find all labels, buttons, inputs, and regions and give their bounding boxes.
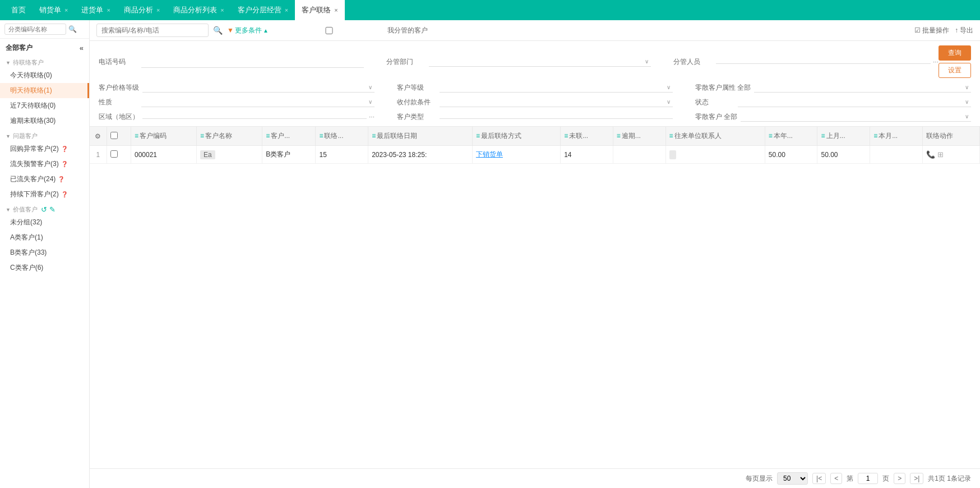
phone-input[interactable]	[141, 56, 364, 68]
search-button[interactable]: 🔍	[213, 26, 223, 35]
col-gear[interactable]: ⚙	[90, 127, 107, 146]
export-button[interactable]: ↑ 导出	[955, 26, 973, 35]
price-level-select[interactable]: ∨	[142, 82, 375, 93]
cell-name: Ea	[197, 146, 262, 164]
nav-home[interactable]: 首页	[4, 0, 33, 20]
sparse-select[interactable]: ∨	[741, 112, 971, 122]
nav-tab-goods-analysis-list[interactable]: 商品分析列表 ×	[167, 0, 230, 20]
grid-action-icon[interactable]: ⊞	[937, 150, 944, 159]
col-no-contact[interactable]: ≡未联...	[561, 127, 613, 146]
sidebar-item-class-b[interactable]: B类客户(33)	[0, 245, 89, 260]
cell-index: 1	[90, 146, 107, 164]
close-purchase-icon[interactable]: ×	[107, 7, 110, 13]
filter-bar-right: ☑ 批量操作 ↑ 导出	[914, 26, 973, 35]
per-page-select[interactable]: 50 10 20 100	[777, 472, 808, 485]
group-problem-customers[interactable]: 问题客户	[0, 128, 89, 141]
contacts-masked	[669, 150, 676, 159]
my-customers-checkbox-area[interactable]: 我分管的客户	[273, 26, 428, 35]
nav-tab-goods-analysis[interactable]: 商品分析 ×	[117, 0, 167, 20]
nature-select[interactable]: ∨	[141, 97, 375, 107]
sidebar-item-week[interactable]: 近7天待联络(0)	[0, 98, 89, 113]
col-type[interactable]: ≡客户...	[262, 127, 316, 146]
payment-select[interactable]: ∨	[440, 97, 673, 107]
nav-tab-customer-contact[interactable]: 客户联络 ×	[295, 0, 344, 20]
sidebar-item-overdue[interactable]: 逾期未联络(30)	[0, 113, 89, 128]
status-select[interactable]: ∨	[738, 97, 971, 107]
sidebar-item-tomorrow[interactable]: 明天待联络(1)	[0, 83, 89, 98]
close-sales-icon[interactable]: ×	[64, 7, 68, 13]
edit-icon[interactable]: ✎	[49, 205, 56, 214]
select-all-checkbox[interactable]	[110, 132, 118, 139]
col-this-month[interactable]: ≡本月...	[870, 127, 923, 146]
sidebar-item-lost[interactable]: 已流失客户(24) ❓	[0, 172, 89, 187]
cell-this-year: 50.00	[765, 146, 817, 164]
dept-caret-icon: ∨	[645, 58, 649, 65]
page-input[interactable]	[858, 473, 878, 484]
prev-page-button[interactable]: <	[830, 473, 842, 484]
price-level-caret-icon: ∨	[368, 84, 372, 90]
row-checkbox[interactable]	[110, 150, 118, 158]
sidebar-search-icon[interactable]: 🔍	[68, 25, 77, 33]
sidebar-item-repurchase-abnormal[interactable]: 回购异常客户(2) ❓	[0, 141, 89, 156]
customer-table: ⚙ ≡客户编码 ≡客户名称 ≡客户... ≡联络... ≡最后联络日期 ≡最后联…	[90, 127, 980, 164]
col-last-contact-method[interactable]: ≡最后联络方式	[472, 127, 560, 146]
region-dots-icon[interactable]: ···	[369, 113, 375, 121]
cell-last-contact-method[interactable]: 下销货单	[472, 146, 560, 164]
next-page-button[interactable]: >	[894, 473, 905, 484]
filter-cell-payment: 收付款条件 ∨	[397, 97, 673, 107]
nature-label: 性质	[99, 98, 138, 107]
nav-tab-purchase[interactable]: 进货单 ×	[75, 0, 117, 20]
customer-level-select[interactable]: ∨	[440, 82, 673, 93]
phone-action-icon[interactable]: 📞	[926, 150, 935, 159]
col-contact[interactable]: ≡联络...	[316, 127, 368, 146]
search-input[interactable]	[96, 24, 209, 37]
col-last-month[interactable]: ≡上月...	[817, 127, 870, 146]
sidebar-item-class-a[interactable]: A类客户(1)	[0, 230, 89, 245]
refresh-icon[interactable]: ↺	[41, 205, 47, 214]
sparse-attr-select[interactable]: ∨	[754, 82, 971, 93]
batch-op-button[interactable]: ☑ 批量操作	[914, 26, 949, 35]
action-icons: 📞 ⊞	[926, 150, 976, 159]
first-page-button[interactable]: |<	[812, 473, 826, 484]
method-link[interactable]: 下销货单	[476, 150, 503, 158]
region-select[interactable]	[142, 115, 367, 119]
col-code[interactable]: ≡客户编码	[131, 127, 196, 146]
sidebar-item-ungrouped[interactable]: 未分组(32)	[0, 215, 89, 230]
sidebar-item-lost-risk[interactable]: 流失预警客户(3) ❓	[0, 156, 89, 172]
col-this-year[interactable]: ≡本年...	[765, 127, 817, 146]
sidebar-item-today[interactable]: 今天待联络(0)	[0, 68, 89, 83]
person-dots-icon[interactable]: ···	[933, 58, 939, 66]
nav-tab-sales[interactable]: 销货单 ×	[33, 0, 75, 20]
help-icon-1: ❓	[61, 146, 68, 152]
filter-row-1: 电话号码 分管部门 ∨ 分管人员 ···	[99, 45, 971, 78]
sidebar-item-declining[interactable]: 持续下滑客户(2) ❓	[0, 187, 89, 202]
help-icon-2: ❓	[61, 161, 68, 167]
close-segment-icon[interactable]: ×	[285, 7, 288, 13]
col-name[interactable]: ≡客户名称	[197, 127, 262, 146]
payment-caret-icon: ∨	[667, 99, 671, 105]
more-conditions-button[interactable]: ▼ 更多条件 ▲	[227, 26, 269, 35]
close-goods-icon[interactable]: ×	[156, 7, 160, 13]
col-overdue[interactable]: ≡逾期...	[613, 127, 665, 146]
group-pending-contact[interactable]: 待联络客户	[0, 55, 89, 68]
per-page-label: 每页显示	[746, 474, 773, 484]
sidebar-search-input[interactable]	[4, 24, 66, 35]
sidebar-item-class-c[interactable]: C类客户(6)	[0, 260, 89, 275]
filter-cell-region: 区域（地区） ···	[99, 112, 375, 122]
filter-cell-sparse: 零散客户 全部 ∨	[695, 112, 971, 122]
query-button[interactable]: 查询	[939, 45, 971, 61]
collapse-icon[interactable]: «	[80, 44, 84, 52]
customer-type-select[interactable]	[440, 115, 673, 119]
col-last-contact-date[interactable]: ≡最后联络日期	[368, 127, 473, 146]
my-customers-checkbox[interactable]	[273, 27, 385, 34]
close-goods-list-icon[interactable]: ×	[220, 7, 224, 13]
last-page-button[interactable]: >|	[910, 473, 923, 484]
close-contact-icon[interactable]: ×	[334, 7, 338, 13]
nav-tab-customer-segment[interactable]: 客户分层经营 ×	[231, 0, 295, 20]
settings-button[interactable]: 设置	[939, 63, 971, 78]
person-select[interactable]	[716, 60, 931, 64]
col-contacts[interactable]: ≡往来单位联系人	[665, 127, 765, 146]
cell-checkbox[interactable]	[107, 146, 131, 164]
cell-last-month: 50.00	[817, 146, 870, 164]
dept-select[interactable]: ∨	[429, 57, 651, 67]
